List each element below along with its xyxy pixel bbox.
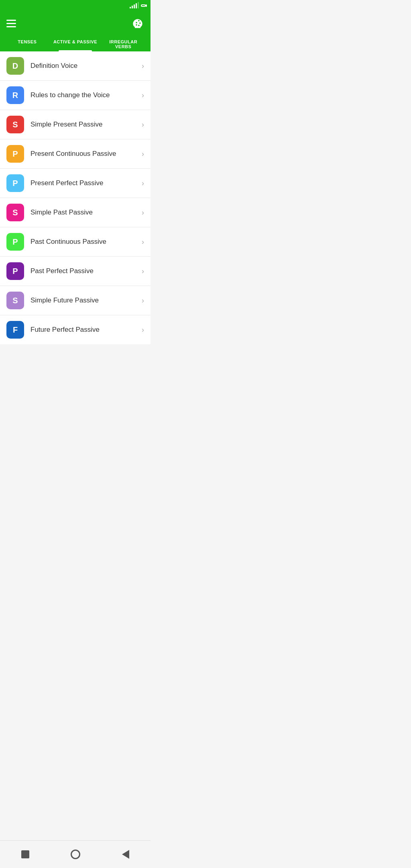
status-icons: [130, 3, 146, 8]
list-item-past-perfect-passive[interactable]: PPast Perfect Passive›: [0, 257, 151, 286]
tabs-bar: TENSES ACTIVE & PASSIVE IRREGULAR VERBS: [0, 35, 151, 51]
label-past-perfect-passive: Past Perfect Passive: [31, 267, 138, 275]
label-simple-present-passive: Simple Present Passive: [31, 120, 138, 129]
list-item-present-continuous-passive[interactable]: PPresent Continuous Passive›: [0, 139, 151, 169]
label-past-continuous-passive: Past Continuous Passive: [31, 238, 138, 246]
label-present-continuous-passive: Present Continuous Passive: [31, 150, 138, 158]
hamburger-menu-button[interactable]: [6, 20, 16, 27]
battery-indicator: [141, 4, 146, 7]
list-item-simple-past-passive[interactable]: SSimple Past Passive›: [0, 198, 151, 227]
label-simple-future-passive: Simple Future Passive: [31, 296, 138, 304]
chevron-present-continuous-passive: ›: [142, 150, 144, 158]
badge-simple-present-passive: S: [6, 116, 24, 133]
badge-simple-future-passive: S: [6, 292, 24, 309]
list-item-simple-future-passive[interactable]: SSimple Future Passive›: [0, 286, 151, 315]
list-item-simple-present-passive[interactable]: SSimple Present Passive›: [0, 110, 151, 139]
badge-simple-past-passive: S: [6, 204, 24, 221]
chevron-future-perfect-passive: ›: [142, 326, 144, 334]
tab-irregular-verbs[interactable]: IRREGULAR VERBS: [99, 35, 147, 51]
chevron-past-perfect-passive: ›: [142, 267, 144, 276]
tab-active-passive[interactable]: ACTIVE & PASSIVE: [51, 35, 100, 51]
signal-icon: [130, 3, 139, 8]
content-list: DDefinition Voice›RRules to change the V…: [0, 51, 151, 344]
chevron-present-perfect-passive: ›: [142, 179, 144, 188]
list-item-definition-voice[interactable]: DDefinition Voice›: [0, 51, 151, 81]
label-future-perfect-passive: Future Perfect Passive: [31, 326, 138, 334]
status-bar: [0, 0, 151, 11]
list-item-rules-voice[interactable]: RRules to change the Voice›: [0, 81, 151, 110]
label-present-perfect-passive: Present Perfect Passive: [31, 179, 138, 187]
label-definition-voice: Definition Voice: [31, 62, 138, 70]
chevron-simple-present-passive: ›: [142, 120, 144, 129]
label-rules-voice: Rules to change the Voice: [31, 91, 138, 99]
list-item-future-perfect-passive[interactable]: FFuture Perfect Passive›: [0, 315, 151, 344]
header: [0, 11, 151, 35]
chevron-simple-future-passive: ›: [142, 296, 144, 305]
list-item-present-perfect-passive[interactable]: PPresent Perfect Passive›: [0, 169, 151, 198]
badge-present-continuous-passive: P: [6, 145, 24, 163]
palette-button[interactable]: [131, 17, 144, 30]
badge-present-perfect-passive: P: [6, 174, 24, 192]
list-item-past-continuous-passive[interactable]: PPast Continuous Passive›: [0, 227, 151, 257]
chevron-past-continuous-passive: ›: [142, 238, 144, 246]
badge-rules-voice: R: [6, 86, 24, 104]
badge-definition-voice: D: [6, 57, 24, 75]
tab-tenses[interactable]: TENSES: [3, 35, 51, 51]
chevron-rules-voice: ›: [142, 91, 144, 100]
badge-future-perfect-passive: F: [6, 321, 24, 339]
label-simple-past-passive: Simple Past Passive: [31, 208, 138, 216]
chevron-simple-past-passive: ›: [142, 208, 144, 217]
chevron-definition-voice: ›: [142, 62, 144, 70]
badge-past-perfect-passive: P: [6, 262, 24, 280]
badge-past-continuous-passive: P: [6, 233, 24, 251]
